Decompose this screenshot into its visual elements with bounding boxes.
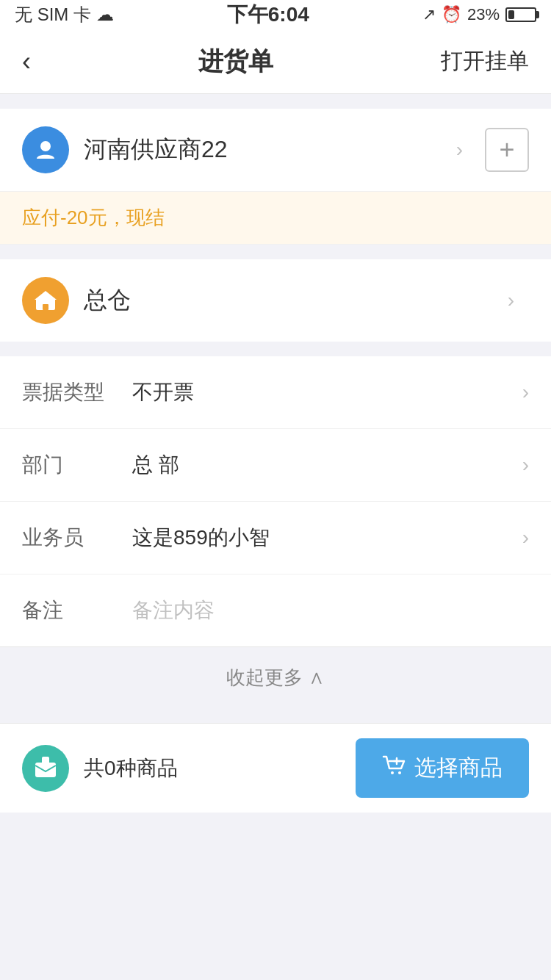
salesperson-value: 这是859的小智 [132, 524, 522, 552]
section-gap-1 [0, 94, 551, 109]
salesperson-arrow-icon: › [522, 526, 529, 550]
svg-rect-3 [43, 304, 48, 310]
svg-point-7 [398, 771, 401, 774]
page-background [0, 813, 551, 980]
signal-text: 无 SIM 卡 ☁ [15, 3, 114, 26]
invoice-label: 票据类型 [22, 378, 118, 406]
bottom-bar: 共0种商品 选择商品 [0, 723, 551, 813]
battery-icon [505, 7, 536, 22]
supplier-arrow-icon: › [456, 138, 463, 162]
svg-point-0 [40, 141, 51, 151]
back-button[interactable]: ‹ [22, 46, 31, 77]
invoice-arrow-icon: › [522, 381, 529, 404]
remark-value[interactable]: 备注内容 [132, 597, 529, 624]
warehouse-row[interactable]: 总仓 › [0, 259, 551, 342]
status-right: ↗ ⏰ 23% [422, 5, 536, 24]
location-icon: ↗ [422, 5, 436, 24]
product-icon [22, 745, 69, 792]
product-count: 共0种商品 [84, 754, 356, 782]
invoice-value: 不开票 [132, 378, 522, 406]
department-value: 总 部 [132, 451, 522, 479]
open-pending-button[interactable]: 打开挂单 [441, 46, 529, 76]
battery-percent: 23% [467, 5, 500, 24]
department-arrow-icon: › [522, 453, 529, 477]
status-time: 下午6:04 [227, 1, 309, 29]
remark-label: 备注 [22, 597, 118, 624]
select-product-label: 选择商品 [414, 753, 503, 783]
form-row-invoice[interactable]: 票据类型 不开票 › [0, 356, 551, 429]
form-row-salesperson[interactable]: 业务员 这是859的小智 › [0, 502, 551, 574]
cart-icon [382, 755, 406, 781]
svg-rect-5 [42, 757, 49, 765]
collapse-button[interactable]: 收起更多 ∧ [0, 646, 551, 708]
status-bar: 无 SIM 卡 ☁ 下午6:04 ↗ ⏰ 23% [0, 0, 551, 29]
notice-text: 应付-20元，现结 [22, 206, 165, 228]
select-product-button[interactable]: 选择商品 [356, 738, 529, 798]
form-row-remark[interactable]: 备注 备注内容 [0, 574, 551, 646]
nav-bar: ‹ 进货单 打开挂单 [0, 29, 551, 94]
svg-point-6 [391, 771, 394, 774]
form-section: 票据类型 不开票 › 部门 总 部 › 业务员 这是859的小智 › 备注 备注… [0, 356, 551, 646]
section-gap-2 [0, 245, 551, 259]
supplier-avatar [22, 126, 69, 173]
warehouse-name: 总仓 [84, 284, 508, 317]
warehouse-arrow-icon: › [508, 289, 514, 312]
add-supplier-button[interactable]: + [485, 128, 529, 172]
department-label: 部门 [22, 451, 118, 479]
svg-marker-2 [35, 291, 57, 300]
salesperson-label: 业务员 [22, 524, 118, 552]
section-gap-4 [0, 708, 551, 723]
supplier-name: 河南供应商22 [84, 134, 456, 166]
supplier-row[interactable]: 河南供应商22 › + [0, 109, 551, 192]
form-row-department[interactable]: 部门 总 部 › [0, 429, 551, 502]
warehouse-icon [22, 277, 69, 324]
section-gap-3 [0, 342, 551, 356]
warehouse-section: 总仓 › [0, 259, 551, 342]
alarm-icon: ⏰ [442, 5, 461, 24]
supplier-section: 河南供应商22 › + 应付-20元，现结 [0, 109, 551, 245]
status-left: 无 SIM 卡 ☁ [15, 3, 114, 26]
notice-banner: 应付-20元，现结 [0, 192, 551, 245]
page-title: 进货单 [198, 45, 273, 79]
